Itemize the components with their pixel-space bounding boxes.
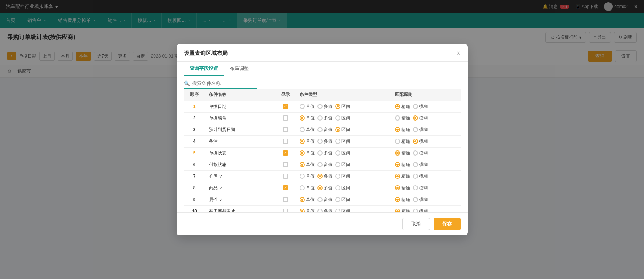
type-radio-item[interactable]: 区间	[335, 173, 350, 180]
match-radio-item[interactable]: 精确	[395, 208, 410, 212]
match-radio-item[interactable]: 精确	[395, 127, 410, 133]
match-radio-item[interactable]: 模糊	[413, 127, 428, 133]
type-radio-item[interactable]: 区间	[335, 197, 350, 203]
type-radio-item[interactable]: 单值	[300, 208, 315, 212]
show-checkbox[interactable]	[283, 197, 288, 202]
type-radio-item[interactable]: 多值	[317, 162, 332, 168]
radio-circle[interactable]	[335, 139, 340, 144]
radio-circle[interactable]	[335, 127, 340, 132]
match-radio-item[interactable]: 模糊	[413, 162, 428, 168]
type-radio-item[interactable]: 多值	[317, 173, 332, 180]
match-radio-circle[interactable]	[413, 104, 418, 109]
dialog-tab-layout[interactable]: 布局调整	[224, 62, 254, 76]
match-radio-item[interactable]: 精确	[395, 173, 410, 180]
radio-circle[interactable]	[300, 197, 305, 202]
type-radio-item[interactable]: 区间	[335, 103, 350, 110]
radio-circle[interactable]	[300, 209, 305, 212]
match-radio-item[interactable]: 模糊	[413, 103, 428, 110]
show-checkbox[interactable]	[283, 162, 288, 167]
radio-circle[interactable]	[335, 197, 340, 202]
match-radio-item[interactable]: 精确	[395, 150, 410, 156]
match-radio-circle[interactable]	[395, 185, 400, 190]
radio-circle[interactable]	[317, 127, 323, 132]
type-radio-item[interactable]: 多值	[317, 138, 332, 145]
type-radio-item[interactable]: 区间	[335, 138, 350, 145]
match-radio-item[interactable]: 模糊	[413, 138, 428, 145]
match-radio-circle[interactable]	[395, 162, 400, 167]
match-radio-circle[interactable]	[395, 127, 400, 132]
match-radio-item[interactable]: 精确	[395, 138, 410, 145]
match-radio-circle[interactable]	[413, 127, 418, 132]
type-radio-item[interactable]: 多值	[317, 103, 332, 110]
type-radio-item[interactable]: 单值	[300, 103, 315, 110]
show-checkbox[interactable]	[283, 185, 288, 190]
type-radio-item[interactable]: 单值	[300, 138, 315, 145]
radio-circle[interactable]	[317, 209, 323, 212]
save-button[interactable]: 保存	[434, 218, 461, 230]
radio-circle[interactable]	[335, 150, 340, 156]
radio-circle[interactable]	[335, 174, 340, 179]
match-radio-item[interactable]: 模糊	[413, 115, 428, 121]
radio-circle[interactable]	[335, 115, 340, 121]
dialog-close-btn[interactable]: ×	[457, 50, 461, 56]
radio-circle[interactable]	[317, 197, 323, 202]
radio-circle[interactable]	[317, 185, 323, 190]
match-radio-circle[interactable]	[395, 174, 400, 179]
radio-circle[interactable]	[317, 174, 323, 179]
match-radio-circle[interactable]	[395, 209, 400, 212]
match-radio-item[interactable]: 模糊	[413, 185, 428, 191]
radio-circle[interactable]	[335, 162, 340, 167]
radio-circle[interactable]	[300, 174, 305, 179]
type-radio-item[interactable]: 单值	[300, 115, 315, 121]
radio-circle[interactable]	[300, 104, 305, 109]
match-radio-circle[interactable]	[395, 150, 400, 156]
type-radio-item[interactable]: 单值	[300, 185, 315, 191]
type-radio-item[interactable]: 区间	[335, 115, 350, 121]
show-checkbox[interactable]	[283, 209, 288, 212]
match-radio-circle[interactable]	[395, 197, 400, 202]
type-radio-item[interactable]: 单值	[300, 150, 315, 156]
match-radio-item[interactable]: 精确	[395, 115, 410, 121]
radio-circle[interactable]	[317, 162, 323, 167]
show-checkbox[interactable]	[283, 150, 288, 156]
type-radio-item[interactable]: 区间	[335, 208, 350, 212]
match-radio-circle[interactable]	[413, 185, 418, 190]
radio-circle[interactable]	[300, 185, 305, 190]
show-checkbox[interactable]	[283, 104, 288, 109]
match-radio-circle[interactable]	[413, 115, 418, 121]
match-radio-circle[interactable]	[413, 139, 418, 144]
type-radio-item[interactable]: 单值	[300, 197, 315, 203]
match-radio-circle[interactable]	[413, 162, 418, 167]
type-radio-item[interactable]: 区间	[335, 150, 350, 156]
type-radio-item[interactable]: 多值	[317, 127, 332, 133]
match-radio-circle[interactable]	[395, 104, 400, 109]
show-checkbox[interactable]	[283, 174, 288, 179]
type-radio-item[interactable]: 多值	[317, 150, 332, 156]
type-radio-item[interactable]: 多值	[317, 208, 332, 212]
match-radio-item[interactable]: 模糊	[413, 173, 428, 180]
radio-circle[interactable]	[300, 139, 305, 144]
match-radio-item[interactable]: 精确	[395, 197, 410, 203]
match-radio-item[interactable]: 精确	[395, 103, 410, 110]
radio-circle[interactable]	[300, 115, 305, 121]
radio-circle[interactable]	[300, 162, 305, 167]
match-radio-circle[interactable]	[395, 139, 400, 144]
type-radio-item[interactable]: 区间	[335, 162, 350, 168]
radio-circle[interactable]	[300, 127, 305, 132]
match-radio-circle[interactable]	[413, 150, 418, 156]
match-radio-circle[interactable]	[413, 209, 418, 212]
show-checkbox[interactable]	[283, 127, 288, 132]
type-radio-item[interactable]: 区间	[335, 185, 350, 191]
cancel-button[interactable]: 取消	[402, 218, 430, 230]
type-radio-item[interactable]: 单值	[300, 173, 315, 180]
match-radio-circle[interactable]	[413, 174, 418, 179]
match-radio-item[interactable]: 模糊	[413, 208, 428, 212]
type-radio-item[interactable]: 多值	[317, 197, 332, 203]
type-radio-item[interactable]: 单值	[300, 127, 315, 133]
radio-circle[interactable]	[300, 150, 305, 156]
type-radio-item[interactable]: 多值	[317, 185, 332, 191]
radio-circle[interactable]	[335, 104, 340, 109]
match-radio-item[interactable]: 模糊	[413, 150, 428, 156]
dialog-tab-query-fields[interactable]: 查询字段设置	[184, 62, 224, 76]
search-input[interactable]	[192, 80, 250, 86]
